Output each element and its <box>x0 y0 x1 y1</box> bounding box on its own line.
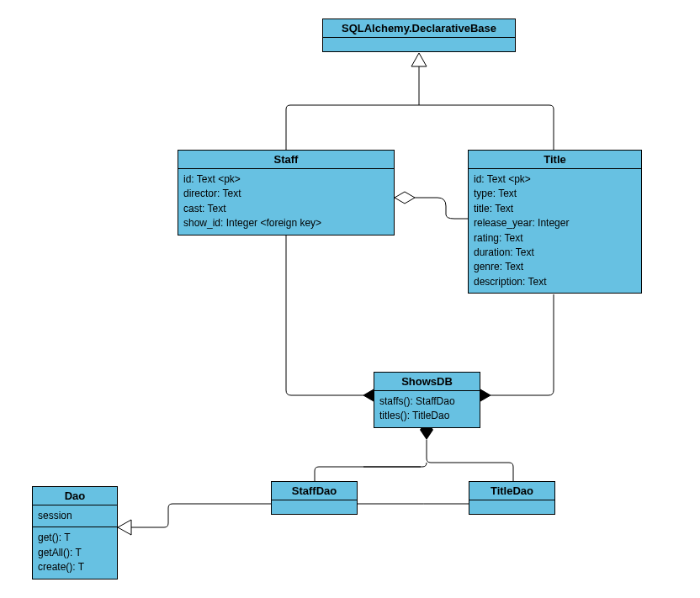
attr: director: Text <box>183 187 389 201</box>
class-empty-section <box>469 500 554 514</box>
class-operations: staffs(): StaffDao titles(): TitleDao <box>374 391 480 427</box>
class-title: SQLAlchemy.DeclarativeBase <box>323 19 515 38</box>
class-attributes: session <box>33 505 117 527</box>
class-title: Title <box>469 151 641 169</box>
attr: description: Text <box>474 275 636 289</box>
attr: type: Text <box>474 187 636 201</box>
op: create(): T <box>38 560 112 574</box>
op: titles(): TitleDao <box>379 409 475 423</box>
attr: cast: Text <box>183 202 389 216</box>
class-title: StaffDao <box>272 482 357 500</box>
class-staff: Staff id: Text <pk> director: Text cast:… <box>178 150 395 235</box>
svg-marker-0 <box>411 53 427 66</box>
op: getAll(): T <box>38 546 112 560</box>
attr: rating: Text <box>474 231 636 246</box>
class-empty-section <box>323 38 515 51</box>
class-title: Dao <box>33 487 117 505</box>
attr: duration: Text <box>474 246 636 260</box>
attr: genre: Text <box>474 260 636 274</box>
svg-marker-12 <box>118 520 131 535</box>
class-title: TitleDao <box>469 482 554 500</box>
class-staffdao: StaffDao <box>271 481 358 515</box>
class-empty-section <box>272 500 357 514</box>
attr: session <box>38 509 112 523</box>
class-title: ShowsDB <box>374 373 480 391</box>
class-showsdb: ShowsDB staffs(): StaffDao titles(): Tit… <box>374 372 480 428</box>
op: get(): T <box>38 531 112 545</box>
attr: id: Text <pk> <box>474 172 636 187</box>
class-declarative-base: SQLAlchemy.DeclarativeBase <box>322 19 516 52</box>
class-attributes: id: Text <pk> director: Text cast: Text … <box>178 169 394 235</box>
svg-line-11 <box>421 458 427 467</box>
class-operations: get(): T getAll(): T create(): T <box>33 527 117 578</box>
class-title-entity: Title id: Text <pk> type: Text title: Te… <box>468 150 642 294</box>
class-attributes: id: Text <pk> type: Text title: Text rel… <box>469 169 641 293</box>
attr: id: Text <pk> <box>183 172 389 187</box>
attr: release_year: Integer <box>474 216 636 230</box>
class-titledao: TitleDao <box>469 481 555 515</box>
class-dao: Dao session get(): T getAll(): T create(… <box>32 486 118 579</box>
svg-marker-4 <box>395 192 415 204</box>
attr: show_id: Integer <foreign key> <box>183 216 389 230</box>
class-title: Staff <box>178 151 394 169</box>
op: staffs(): StaffDao <box>379 394 475 409</box>
attr: title: Text <box>474 202 636 216</box>
